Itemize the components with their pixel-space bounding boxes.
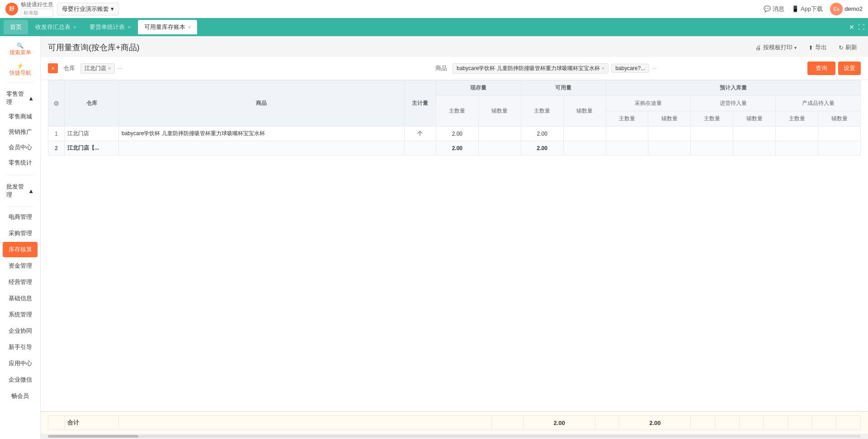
scrollbar-thumb[interactable] (48, 435, 138, 438)
sidebar-item-newbie[interactable]: 新手引导 (3, 340, 38, 355)
row-incoming-main-1 (691, 127, 733, 141)
export-label: 导出 (815, 43, 827, 52)
tab-available-stock-label: 可用量库存账本 (144, 23, 185, 31)
row-purchase-aux-2 (648, 141, 691, 156)
sidebar-item-purchase[interactable]: 采购管理 (3, 226, 38, 241)
th-incoming-main: 主数量 (691, 111, 733, 127)
sidebar-search[interactable]: 🔍 搜索菜单 (3, 40, 38, 59)
product-tag-2-text: babycare?... (615, 65, 645, 71)
sidebar-item-member[interactable]: 会员中心 (5, 140, 35, 155)
sidebar-item-promotion-label: 营销推广 (9, 128, 32, 136)
export-button[interactable]: ⬆ 导出 (805, 42, 830, 53)
sidebar-quick-nav-label: 快捷导航 (9, 70, 31, 76)
warehouse-tag-close[interactable]: × (108, 66, 111, 71)
industry-selector[interactable]: 母婴行业演示账套 ▾ (57, 3, 119, 15)
total-incoming-main (764, 416, 788, 430)
sidebar-group-wholesale: 批发管理 ▲ (3, 178, 38, 203)
warehouse-filter-label: 仓库 (63, 64, 75, 72)
tab-order-stats[interactable]: 要货单统计表 × (83, 20, 137, 34)
page-actions: 🖨 按模板打印 ▾ ⬆ 导出 ↻ 刷新 (752, 42, 861, 53)
sidebar-item-ecommerce[interactable]: 电商管理 (3, 209, 38, 225)
content-area: 可用量查询(按仓库+商品) 🖨 按模板打印 ▾ ⬆ 导出 ↻ 刷新 (41, 36, 868, 439)
logo-area: 好 畅捷通好生意 标准版 (5, 1, 53, 17)
row-purchase-aux-1 (648, 127, 691, 141)
user-info[interactable]: Ea demo2 (830, 3, 863, 15)
total-incoming-aux (788, 416, 812, 430)
tab-home[interactable]: 首页 (4, 20, 28, 34)
settings-button[interactable]: 设置 (838, 61, 861, 75)
row-warehouse-2: 江北门店【... (65, 141, 119, 156)
row-current-aux-1 (478, 127, 521, 141)
sidebar-item-app-center[interactable]: 应用中心 (3, 356, 38, 371)
sidebar-group-retail-header[interactable]: 零售管理 ▲ (5, 87, 35, 109)
warehouse-tag-text: 江北门店 (85, 65, 106, 72)
product-more-icon[interactable]: ··· (652, 65, 656, 71)
sidebar-item-business-label: 经营管理 (9, 278, 32, 286)
product-tag-2[interactable]: babycare?... (611, 64, 649, 73)
warehouse-tag[interactable]: 江北门店 × (80, 63, 115, 74)
row-finished-main-2 (776, 141, 818, 156)
sidebar-divider-2 (6, 175, 34, 175)
sidebar-item-base-info[interactable]: 基础信息 (3, 291, 38, 306)
sidebar-item-finance[interactable]: 资金管理 (3, 258, 38, 274)
row-current-main-2: 2.00 (436, 141, 478, 156)
expand-icon: » (52, 65, 55, 71)
warehouse-more-icon[interactable]: ··· (118, 65, 122, 71)
sidebar-item-app-center-label: 应用中心 (9, 359, 32, 368)
tab-receive-summary-close[interactable]: × (73, 24, 76, 30)
tab-receive-summary[interactable]: 收发存汇总表 × (29, 20, 82, 34)
message-button[interactable]: 💬 消息 (764, 5, 784, 13)
row-finished-aux-2 (818, 141, 861, 156)
th-settings[interactable]: ⚙ (48, 80, 65, 127)
tab-available-stock-close[interactable]: × (188, 24, 191, 30)
th-available-aux: 辅数量 (563, 96, 606, 127)
product-tag-1-close[interactable]: × (602, 66, 604, 71)
total-current-main: 2.00 (524, 416, 595, 430)
sidebar-quick-nav[interactable]: ⚡ 快捷导航 (3, 60, 38, 80)
sidebar-item-wechat-label: 企业微信 (9, 376, 32, 384)
fullscreen-button[interactable]: ⛶ (858, 24, 864, 31)
close-all-button[interactable]: ✕ (849, 24, 854, 31)
sidebar-item-promotion[interactable]: 营销推广 (5, 124, 35, 140)
total-available-main: 2.00 (619, 416, 691, 430)
sidebar-item-collab[interactable]: 企业协同 (3, 323, 38, 339)
row-product-2 (119, 141, 405, 156)
th-product: 商品 (119, 80, 405, 127)
sidebar-item-member2-label: 畅会员 (11, 392, 29, 400)
scrollbar-track[interactable] (48, 435, 861, 438)
th-current-main: 主数量 (436, 96, 478, 127)
expand-filter-button[interactable]: » (48, 63, 58, 73)
app-download-button[interactable]: 📱 App下载 (792, 5, 823, 13)
industry-selector-text: 母婴行业演示账套 (62, 5, 109, 13)
row-unit-2 (404, 141, 436, 156)
tab-available-stock[interactable]: 可用量库存账本 × (138, 20, 197, 34)
row-incoming-aux-1 (733, 127, 776, 141)
sidebar-item-wechat[interactable]: 企业微信 (3, 372, 38, 387)
total-purchase-main (715, 416, 740, 430)
table-container[interactable]: ⚙ 仓库 商品 主计量 现存量 (41, 80, 868, 411)
sidebar-item-inventory[interactable]: 库存核算 (3, 242, 38, 257)
row-current-main-1: 2.00 (436, 127, 478, 141)
row-available-aux-2 (563, 141, 606, 156)
sidebar-item-system[interactable]: 系统管理 (3, 307, 38, 322)
product-tag-1[interactable]: babycare学饮杯 儿童防摔防撞吸管杯重力球吸嘴杯宝宝水杯 × (453, 63, 609, 74)
template-print-button[interactable]: 🖨 按模板打印 ▾ (752, 42, 800, 53)
query-button[interactable]: 查询 (807, 61, 835, 75)
tab-order-stats-close[interactable]: × (127, 24, 130, 30)
top-bar: 好 畅捷通好生意 标准版 母婴行业演示账套 ▾ 💬 消息 📱 App下载 Ea … (0, 0, 868, 18)
table-settings-icon[interactable]: ⚙ (53, 100, 59, 107)
sidebar-item-member2[interactable]: 畅会员 (3, 388, 38, 404)
sidebar-group-wholesale-header[interactable]: 批发管理 ▲ (5, 180, 35, 202)
search-icon: 🔍 (6, 42, 34, 49)
total-label: 合计 (65, 416, 119, 430)
th-finished-aux: 辅数量 (818, 111, 861, 127)
sidebar-item-business[interactable]: 经营管理 (3, 274, 38, 290)
sidebar-item-mall[interactable]: 零售商城 (5, 109, 35, 124)
th-incoming-pending-group: 进货待入量 (691, 96, 776, 111)
horizontal-scrollbar[interactable] (41, 434, 868, 439)
page-header: 可用量查询(按仓库+商品) 🖨 按模板打印 ▾ ⬆ 导出 ↻ 刷新 (41, 36, 868, 57)
message-label: 消息 (773, 5, 784, 13)
sidebar-item-retail-stats[interactable]: 零售统计 (5, 155, 35, 170)
refresh-button[interactable]: ↻ 刷新 (835, 42, 861, 53)
total-current-aux (595, 416, 619, 430)
